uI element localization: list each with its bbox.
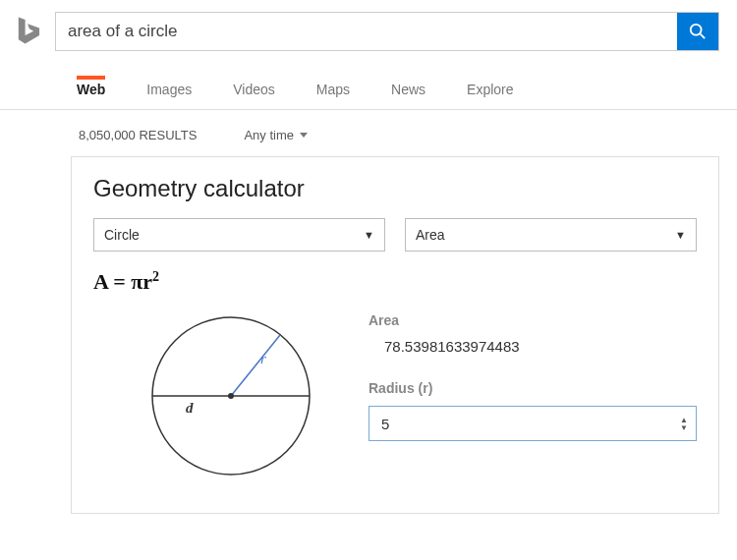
shape-select-value: Circle [104, 227, 140, 243]
svg-point-0 [691, 25, 702, 35]
svg-line-1 [701, 34, 706, 39]
chevron-down-icon: ▼ [680, 424, 688, 431]
radius-label: Radius (r) [368, 380, 697, 396]
search-button[interactable] [677, 13, 718, 50]
search-box [55, 12, 719, 51]
diameter-label-icon: d [186, 400, 194, 416]
chevron-down-icon: ▼ [364, 229, 374, 241]
tab-maps[interactable]: Maps [316, 76, 350, 109]
shape-select[interactable]: Circle ▼ [93, 218, 385, 252]
card-title: Geometry calculator [93, 175, 697, 202]
property-select-value: Area [416, 227, 445, 243]
property-select[interactable]: Area ▼ [405, 218, 697, 252]
area-value: 78.53981633974483 [384, 338, 697, 355]
bing-logo-icon [12, 14, 45, 47]
search-input[interactable] [56, 13, 677, 50]
svg-line-4 [231, 335, 280, 396]
tab-videos[interactable]: Videos [233, 76, 275, 109]
quantity-stepper[interactable]: ▲ ▼ [680, 417, 688, 431]
tab-explore[interactable]: Explore [467, 76, 513, 109]
tab-news[interactable]: News [391, 76, 425, 109]
chevron-down-icon: ▼ [675, 229, 686, 241]
svg-point-5 [228, 393, 234, 399]
time-filter-dropdown[interactable]: Any time [244, 128, 308, 142]
tab-web[interactable]: Web [77, 76, 105, 109]
search-icon [689, 23, 707, 40]
tabs-bar: Web Images Videos Maps News Explore [0, 51, 737, 110]
formula-display: A = πr2 [93, 269, 697, 295]
time-filter-label: Any time [244, 128, 294, 142]
results-count: 8,050,000 RESULTS [79, 128, 197, 142]
results-meta: 8,050,000 RESULTS Any time [0, 110, 737, 156]
chevron-up-icon: ▲ [680, 417, 688, 423]
radius-input[interactable] [381, 416, 680, 432]
area-label: Area [368, 312, 697, 328]
radius-label-icon: r [260, 351, 266, 366]
tab-images[interactable]: Images [146, 76, 192, 109]
chevron-down-icon [300, 133, 308, 138]
circle-diagram: r d [123, 303, 339, 489]
geometry-calculator-card: Geometry calculator Circle ▼ Area ▼ A = … [71, 156, 719, 514]
radius-input-container: ▲ ▼ [368, 406, 697, 441]
